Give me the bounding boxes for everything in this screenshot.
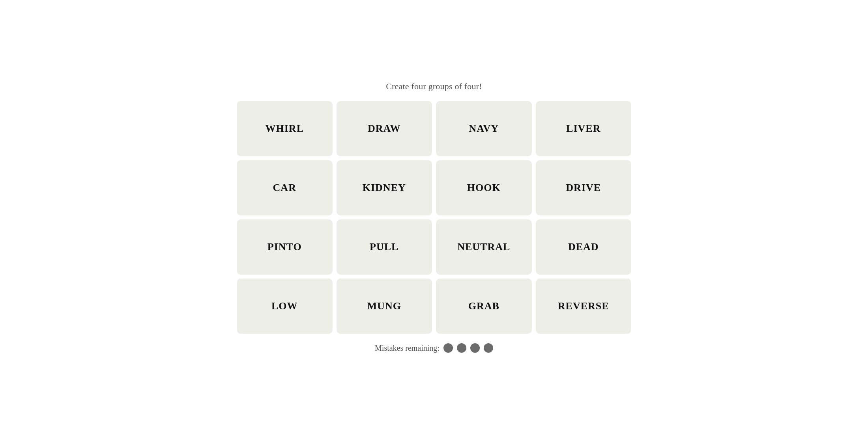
word-label-liver: LIVER: [566, 123, 600, 135]
word-label-pinto: PINTO: [268, 241, 302, 253]
word-card-kidney[interactable]: KIDNEY: [337, 160, 432, 215]
mistakes-section: Mistakes remaining:: [375, 343, 493, 353]
word-card-whirl[interactable]: WHIRL: [237, 101, 333, 156]
word-card-navy[interactable]: NAVY: [436, 101, 532, 156]
mistakes-dots: [443, 343, 493, 353]
word-card-neutral[interactable]: NEUTRAL: [436, 219, 532, 275]
word-label-navy: NAVY: [469, 123, 499, 135]
word-label-grab: GRAB: [468, 300, 499, 312]
word-label-neutral: NEUTRAL: [457, 241, 510, 253]
subtitle: Create four groups of four!: [386, 81, 482, 92]
word-card-drive[interactable]: DRIVE: [536, 160, 632, 215]
word-grid: WHIRLDRAWNAVYLIVERCARKIDNEYHOOKDRIVEPINT…: [237, 101, 631, 334]
word-card-draw[interactable]: DRAW: [337, 101, 432, 156]
game-container: Create four groups of four! WHIRLDRAWNAV…: [237, 81, 631, 353]
word-card-liver[interactable]: LIVER: [536, 101, 632, 156]
word-card-dead[interactable]: DEAD: [536, 219, 632, 275]
word-label-pull: PULL: [370, 241, 398, 253]
word-card-car[interactable]: CAR: [237, 160, 333, 215]
mistake-dot-1: [443, 343, 453, 353]
word-card-pinto[interactable]: PINTO: [237, 219, 333, 275]
word-card-mung[interactable]: MUNG: [337, 279, 432, 334]
word-label-reverse: REVERSE: [558, 300, 609, 312]
mistakes-label: Mistakes remaining:: [375, 344, 440, 353]
mistake-dot-2: [457, 343, 466, 353]
word-label-car: CAR: [273, 182, 296, 194]
word-card-reverse[interactable]: REVERSE: [536, 279, 632, 334]
mistake-dot-4: [484, 343, 493, 353]
word-label-draw: DRAW: [368, 123, 400, 135]
word-label-low: LOW: [271, 300, 298, 312]
word-label-whirl: WHIRL: [266, 123, 304, 135]
mistake-dot-3: [470, 343, 480, 353]
word-card-pull[interactable]: PULL: [337, 219, 432, 275]
word-label-kidney: KIDNEY: [363, 182, 406, 194]
word-label-mung: MUNG: [367, 300, 401, 312]
word-card-low[interactable]: LOW: [237, 279, 333, 334]
word-label-hook: HOOK: [467, 182, 501, 194]
word-label-dead: DEAD: [568, 241, 599, 253]
word-card-grab[interactable]: GRAB: [436, 279, 532, 334]
word-label-drive: DRIVE: [566, 182, 601, 194]
word-card-hook[interactable]: HOOK: [436, 160, 532, 215]
